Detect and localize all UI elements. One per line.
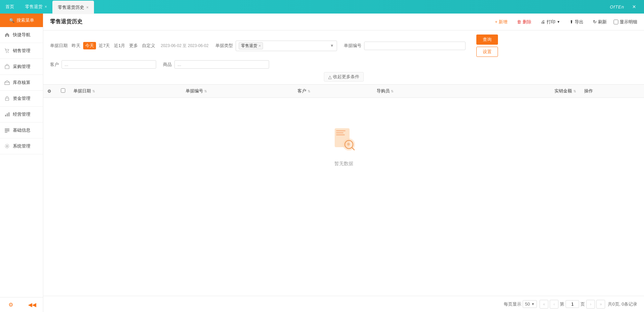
goods-select-inner: ... bbox=[177, 62, 266, 67]
select-all-checkbox[interactable] bbox=[61, 88, 65, 93]
date-opt-more[interactable]: 更多 bbox=[128, 42, 139, 49]
th-doc-date[interactable]: 单据日期 ⇅ bbox=[69, 85, 182, 98]
empty-text: 暂无数据 bbox=[334, 161, 353, 167]
window-close-button[interactable]: × bbox=[629, 3, 639, 10]
tab-retail-return-label: 零售退货 bbox=[25, 4, 43, 10]
warehouse-icon bbox=[4, 80, 10, 86]
svg-rect-5 bbox=[5, 115, 6, 116]
page-first-button[interactable]: « bbox=[540, 300, 548, 309]
doc-type-dropdown-icon: ▼ bbox=[330, 43, 334, 48]
th-customer-label: 客户 bbox=[297, 88, 306, 93]
chart-icon bbox=[4, 111, 10, 117]
print-icon: 🖨 bbox=[541, 19, 545, 24]
th-checkbox[interactable] bbox=[57, 85, 69, 98]
collapse-button[interactable]: △ 收起更多条件 bbox=[324, 72, 364, 82]
new-button[interactable]: + 新增 bbox=[492, 18, 510, 26]
sidebar-item-quick-nav[interactable]: 快捷导航 bbox=[0, 27, 43, 43]
date-opt-7days[interactable]: 近7天 bbox=[97, 42, 111, 49]
customer-select[interactable]: ... bbox=[62, 60, 156, 69]
date-opt-yesterday[interactable]: 昨天 bbox=[70, 42, 82, 49]
doc-type-tag: 零售退货 × bbox=[239, 42, 263, 49]
svg-rect-10 bbox=[5, 132, 7, 133]
page-unit: 页 bbox=[580, 301, 585, 307]
page-last-button[interactable]: » bbox=[596, 300, 605, 309]
goods-placeholder: ... bbox=[177, 62, 181, 67]
svg-rect-9 bbox=[5, 130, 9, 131]
new-button-label: + 新增 bbox=[495, 19, 507, 25]
page-size-label: 每页显示 bbox=[504, 301, 521, 307]
refresh-button[interactable]: ↻ 刷新 bbox=[590, 18, 610, 26]
doc-no-input[interactable] bbox=[364, 42, 466, 50]
customer-placeholder: ... bbox=[65, 62, 68, 67]
sidebar-settings-button[interactable]: ⚙ bbox=[5, 299, 16, 310]
sidebar-item-operations-label: 经营管理 bbox=[13, 111, 30, 117]
page-prev-button[interactable]: ‹ bbox=[550, 300, 558, 309]
filter-setting-button[interactable]: 设置 bbox=[476, 47, 498, 57]
empty-icon bbox=[329, 125, 359, 155]
sidebar-item-system[interactable]: 系统管理 bbox=[0, 138, 43, 154]
tab-retail-return-history-close[interactable]: × bbox=[86, 5, 89, 10]
refresh-button-label: 刷新 bbox=[598, 19, 607, 25]
content-area: 零售退货历史 + 新增 🗑 删除 🖨 打印 ▼ ⬆ 导出 bbox=[43, 14, 644, 312]
th-settings[interactable]: ⚙ bbox=[43, 85, 57, 98]
th-guide[interactable]: 导购员 ⇅ bbox=[373, 85, 468, 98]
show-detail-input[interactable] bbox=[614, 20, 618, 24]
sidebar-item-quick-nav-label: 快捷导航 bbox=[13, 32, 30, 38]
header-actions: + 新增 🗑 删除 🖨 打印 ▼ ⬆ 导出 ↻ 刷新 bbox=[492, 18, 637, 26]
top-bar-right: OfTEn × bbox=[610, 3, 644, 10]
sidebar-item-inventory[interactable]: 库存核算 bbox=[0, 75, 43, 91]
page-next-button[interactable]: › bbox=[586, 300, 595, 309]
th-doc-no[interactable]: 单据编号 ⇅ bbox=[182, 85, 294, 98]
show-detail-checkbox[interactable]: 显示明细 bbox=[614, 19, 637, 25]
print-button[interactable]: 🖨 打印 ▼ bbox=[538, 18, 563, 26]
th-doc-no-label: 单据编号 bbox=[186, 88, 203, 93]
date-opt-1month[interactable]: 近1月 bbox=[113, 42, 126, 49]
date-opt-custom[interactable]: 自定义 bbox=[141, 42, 157, 49]
delete-button[interactable]: 🗑 删除 bbox=[514, 18, 534, 26]
filter-area: 单据日期 昨天 今天 近7天 近1月 更多 自定义 2023-06-02 至 2… bbox=[43, 30, 644, 85]
page-number-input[interactable] bbox=[566, 300, 579, 308]
date-opt-today[interactable]: 今天 bbox=[83, 42, 96, 49]
export-button[interactable]: ⬆ 导出 bbox=[567, 18, 586, 26]
doc-type-tag-close[interactable]: × bbox=[259, 44, 261, 48]
goods-select[interactable]: ... bbox=[174, 60, 269, 69]
sidebar-item-system-label: 系统管理 bbox=[13, 143, 30, 149]
tab-retail-return-history[interactable]: 零售退货历史 × bbox=[52, 1, 94, 14]
sidebar-item-finance[interactable]: 资金管理 bbox=[0, 91, 43, 107]
date-filter: 单据日期 昨天 今天 近7天 近1月 更多 自定义 2023-06-02 至 2… bbox=[50, 42, 209, 49]
svg-rect-15 bbox=[336, 134, 345, 135]
sidebar-audio-button[interactable]: ◀◀ bbox=[27, 299, 38, 310]
filter-row-2: 客户 ... 商品 ... bbox=[50, 60, 637, 69]
export-button-label: 导出 bbox=[575, 19, 583, 25]
table-header: ⚙ 单据日期 ⇅ 单据编号 ⇅ bbox=[43, 85, 644, 98]
page-nav: « ‹ 第 页 › » bbox=[540, 300, 605, 309]
page-size-box[interactable]: 50 ▼ bbox=[523, 300, 537, 308]
cart-icon bbox=[4, 48, 10, 54]
sidebar-item-operations[interactable]: 经营管理 bbox=[0, 107, 43, 122]
th-customer[interactable]: 客户 ⇅ bbox=[293, 85, 372, 98]
sidebar-search[interactable]: 🔍 搜索菜单 bbox=[0, 14, 43, 27]
svg-point-19 bbox=[347, 143, 350, 146]
goods-filter: 商品 ... bbox=[163, 60, 269, 69]
th-amount[interactable]: 实销金额 ⇅ bbox=[468, 85, 580, 98]
sidebar-item-basic-info[interactable]: 基础信息 bbox=[0, 122, 43, 138]
tab-retail-return[interactable]: 零售退货 × bbox=[20, 0, 52, 14]
tab-home[interactable]: 首页 bbox=[0, 0, 20, 14]
main-layout: 🔍 搜索菜单 快捷导航 销售管理 采购管理 bbox=[0, 14, 644, 312]
tab-retail-return-close[interactable]: × bbox=[45, 4, 47, 9]
th-customer-sort-icon: ⇅ bbox=[308, 89, 310, 93]
customer-label: 客户 bbox=[50, 62, 59, 68]
tab-retail-return-history-label: 零售退货历史 bbox=[58, 4, 84, 10]
show-detail-label: 显示明细 bbox=[620, 19, 637, 25]
doc-type-select[interactable]: 零售退货 × ▼ bbox=[236, 41, 337, 51]
empty-state: 暂无数据 bbox=[43, 98, 644, 194]
th-amount-label: 实销金额 bbox=[554, 88, 572, 93]
svg-rect-14 bbox=[336, 132, 343, 133]
search-icon: 🔍 bbox=[9, 18, 15, 23]
query-button[interactable]: 查询 bbox=[476, 35, 498, 45]
th-actions-label: 操作 bbox=[584, 88, 593, 93]
sidebar: 🔍 搜索菜单 快捷导航 销售管理 采购管理 bbox=[0, 14, 43, 312]
sidebar-item-purchase[interactable]: 采购管理 bbox=[0, 59, 43, 75]
delete-button-label: 删除 bbox=[523, 19, 531, 25]
sidebar-item-sales[interactable]: 销售管理 bbox=[0, 43, 43, 59]
